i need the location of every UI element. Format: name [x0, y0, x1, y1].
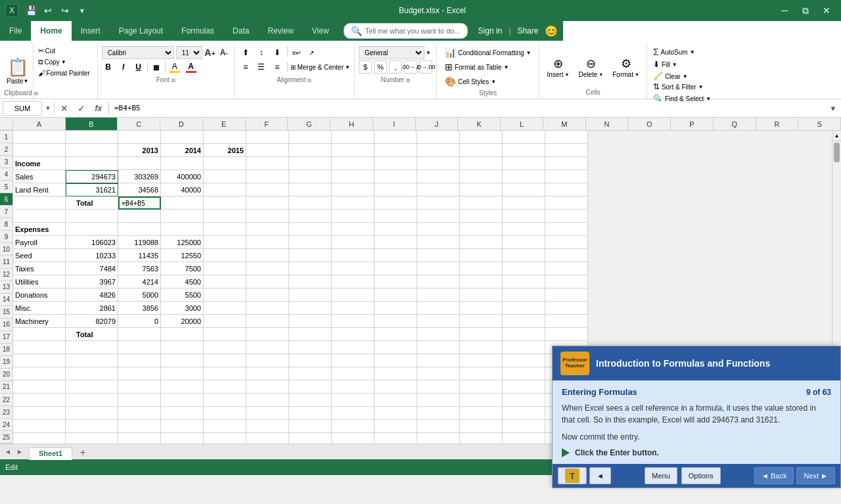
cell-l1[interactable] — [503, 131, 545, 144]
cell-b8[interactable] — [66, 223, 118, 236]
cell-c12[interactable]: 4214 — [118, 275, 161, 288]
cell-d2[interactable]: 2014 — [161, 144, 204, 157]
cell-g4[interactable] — [289, 170, 332, 183]
cell-c14[interactable]: 3856 — [118, 302, 161, 315]
col-header-g[interactable]: G — [288, 118, 330, 130]
row-num-23[interactable]: 23 — [0, 406, 12, 419]
cell-b3[interactable] — [66, 157, 118, 170]
tell-me-bar[interactable]: 🔍 Tell me what you want to do... — [344, 23, 468, 39]
tutorial-t-btn[interactable]: T — [558, 467, 587, 484]
col-header-q[interactable]: Q — [714, 118, 756, 130]
customize-qat-btn[interactable]: ▼ — [75, 3, 89, 18]
row-num-6[interactable]: 6 — [0, 193, 12, 206]
autosum-btn[interactable]: Σ AutoSum ▼ — [651, 46, 713, 58]
cell-e20[interactable] — [204, 380, 246, 394]
cell-d6[interactable] — [161, 196, 204, 210]
cell-m15[interactable] — [545, 315, 588, 328]
cell-l22[interactable] — [503, 407, 545, 420]
cell-d23[interactable] — [161, 420, 204, 433]
cell-b2[interactable] — [66, 144, 118, 157]
cell-g7[interactable] — [289, 210, 332, 223]
cell-i21[interactable] — [375, 394, 417, 407]
cell-k9[interactable] — [460, 236, 503, 249]
tab-data[interactable]: Data — [223, 21, 258, 41]
cell-g19[interactable] — [289, 367, 332, 380]
cell-a6[interactable] — [13, 196, 66, 210]
cell-m10[interactable] — [545, 249, 588, 262]
cell-f21[interactable] — [246, 394, 289, 407]
cell-e2[interactable]: 2015 — [204, 144, 246, 157]
clear-btn[interactable]: 🧹 Clear ▼ — [651, 71, 713, 81]
cell-d4[interactable]: 400000 — [161, 170, 204, 183]
cell-l9[interactable] — [503, 236, 545, 249]
currency-btn[interactable]: $ — [359, 60, 372, 74]
cell-d15[interactable]: 20000 — [161, 315, 204, 328]
cell-j4[interactable] — [417, 170, 460, 183]
cell-h11[interactable] — [332, 262, 375, 275]
cell-a22[interactable] — [13, 407, 66, 420]
cell-a12[interactable]: Utilities — [13, 275, 66, 288]
cell-h15[interactable] — [332, 315, 375, 328]
align-top-btn[interactable]: ⬆ — [239, 46, 253, 59]
cell-i18[interactable] — [375, 354, 417, 367]
comma-btn[interactable]: , — [389, 60, 402, 74]
row-num-9[interactable]: 9 — [0, 231, 12, 243]
col-header-i[interactable]: I — [373, 118, 416, 130]
cell-g10[interactable] — [289, 249, 332, 262]
cell-i6[interactable] — [375, 196, 417, 210]
cell-e9[interactable] — [204, 236, 246, 249]
tab-insert[interactable]: Insert — [72, 21, 110, 41]
cell-j19[interactable] — [417, 367, 460, 380]
cell-a11[interactable]: Taxes — [13, 262, 66, 275]
cell-a15[interactable]: Machinery — [13, 315, 66, 328]
cell-d17[interactable] — [161, 341, 204, 354]
cell-l19[interactable] — [503, 367, 545, 380]
cell-k2[interactable] — [460, 144, 503, 157]
add-sheet-btn[interactable]: + — [76, 446, 90, 459]
cell-g5[interactable] — [289, 183, 332, 196]
cell-a1[interactable] — [13, 131, 66, 144]
cell-e5[interactable] — [204, 183, 246, 196]
row-num-12[interactable]: 12 — [0, 269, 12, 281]
cell-f19[interactable] — [246, 367, 289, 380]
cell-k10[interactable] — [460, 249, 503, 262]
cell-c19[interactable] — [118, 367, 161, 380]
insert-btn[interactable]: ⊕ Insert ▼ — [543, 55, 572, 80]
cell-h24[interactable] — [332, 433, 375, 444]
cell-e12[interactable] — [204, 275, 246, 288]
select-all-btn[interactable] — [0, 118, 13, 130]
cell-g12[interactable] — [289, 275, 332, 288]
cell-ref-dropdown[interactable]: ▼ — [45, 104, 51, 112]
formula-expand-btn[interactable]: ▼ — [828, 101, 838, 116]
row-num-24[interactable]: 24 — [0, 419, 12, 431]
cell-j15[interactable] — [417, 315, 460, 328]
cell-i20[interactable] — [375, 380, 417, 394]
cell-c1[interactable] — [118, 131, 161, 144]
tutorial-menu-btn[interactable]: Menu — [645, 467, 677, 484]
cell-f13[interactable] — [246, 288, 289, 302]
cell-m3[interactable] — [545, 157, 588, 170]
cell-e23[interactable] — [204, 420, 246, 433]
cell-i23[interactable] — [375, 420, 417, 433]
cell-e18[interactable] — [204, 354, 246, 367]
cell-k13[interactable] — [460, 288, 503, 302]
cell-a2[interactable] — [13, 144, 66, 157]
cell-f6[interactable] — [246, 196, 289, 210]
cell-f14[interactable] — [246, 302, 289, 315]
row-num-11[interactable]: 11 — [0, 256, 12, 268]
row-num-18[interactable]: 18 — [0, 344, 12, 356]
cell-j16[interactable] — [417, 328, 460, 341]
col-header-h[interactable]: H — [330, 118, 373, 130]
cell-d11[interactable]: 7500 — [161, 262, 204, 275]
row-num-15[interactable]: 15 — [0, 306, 12, 319]
col-header-o[interactable]: O — [628, 118, 671, 130]
cell-e19[interactable] — [204, 367, 246, 380]
cell-g8[interactable] — [289, 223, 332, 236]
cell-g9[interactable] — [289, 236, 332, 249]
cell-e11[interactable] — [204, 262, 246, 275]
cell-d16[interactable] — [161, 328, 204, 341]
cell-i5[interactable] — [375, 183, 417, 196]
cell-k21[interactable] — [460, 394, 503, 407]
row-num-5[interactable]: 5 — [0, 181, 12, 193]
row-num-4[interactable]: 4 — [0, 168, 12, 181]
